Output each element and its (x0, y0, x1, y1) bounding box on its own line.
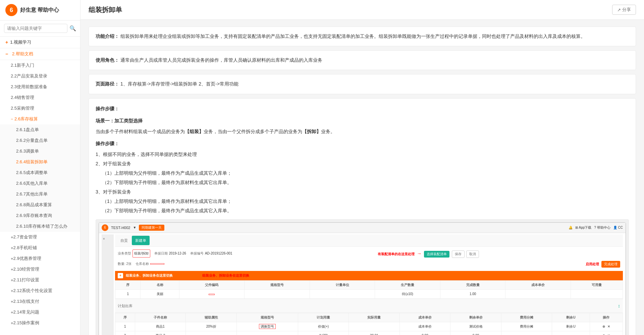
share-label: 分享 (622, 7, 631, 13)
date-label: 单据日期 (154, 250, 168, 257)
ops-label: 操作步骤： (96, 139, 629, 148)
warehouse-field: 仓库名称 (136, 261, 164, 267)
section-toggle-label: 组装业务、拆卸业务在这里切换 (126, 272, 173, 279)
sidebar-item-purchase[interactable]: 2.5采购管理 (0, 103, 80, 114)
cell-op: ⊕ ✕ (590, 322, 623, 331)
warehouse-label: 仓库名称 (136, 261, 149, 267)
sidebar-item-mobile[interactable]: + 2.8手机旺铺 (0, 242, 80, 253)
sidebar-item-label: 2.6库存核算 (14, 116, 38, 122)
delete-icon[interactable]: ✕ (607, 325, 610, 328)
sidebar-item-payment[interactable]: + 2.13在线支付 (0, 296, 80, 307)
sidebar-item-settings[interactable]: + 2.12系统个性化设置 (0, 285, 80, 296)
sidebar-item-videos[interactable]: + 1.视频学习 (0, 37, 80, 48)
sidebar-item-data-prep[interactable]: 2.3使用前数据准备 (0, 81, 80, 92)
sidebar-item-install[interactable]: 2.2产品安装及登录 (0, 71, 80, 81)
app-nav-bar: ≡ 自贡 新建单 (99, 233, 626, 335)
ops-section: 操作步骤： 场景一：加工类型选择 当由多个子件材料组装成一个成品的业务为【组装】… (89, 98, 636, 335)
col-seq: 序 (115, 280, 141, 289)
sidebar-item-help-docs[interactable]: − 2.帮助文档 (0, 48, 80, 60)
col-l-cost: 成本单价 (399, 313, 450, 322)
sidebar-item-coupon[interactable]: + 2.9优惠券管理 (0, 253, 80, 264)
expand-icon: + (5, 40, 8, 45)
sidebar-item-label: 2.5采购管理 (11, 105, 34, 111)
type-field: 业务类型 组装/拆卸 (118, 249, 150, 258)
sidebar-item-stock-query[interactable]: 2.6.9库存账本查询 (0, 210, 80, 221)
expand-icon: + (11, 288, 13, 293)
sidebar-item-transfer[interactable]: 2.6.3调拨单 (0, 146, 80, 157)
col-cost-price: 成本单价 (505, 280, 571, 289)
sidebar-item-other-in[interactable]: 2.6.6其他入库单 (0, 178, 80, 189)
cell (552, 331, 590, 335)
sidebar-item-label: 2.6.5成本调整单 (16, 170, 48, 176)
table-row: 1 美丽 待(≥10) 1.00 (115, 289, 623, 298)
sidebar-item-label: 2.4销售管理 (11, 95, 34, 101)
warehouse-value[interactable] (150, 263, 164, 265)
sidebar-item-label: 2.6.9库存账本查询 (16, 213, 52, 219)
delete-icon2[interactable]: ✕ (607, 334, 610, 335)
tab-row: 自贡 新建单 (115, 234, 623, 247)
sidebar-item-cost-recalc[interactable]: 2.6.8商品成本重算 (0, 200, 80, 210)
cell: 0.00 (399, 331, 450, 335)
sidebar-item-label: 2.6.2分量盘点单 (16, 137, 48, 144)
cancel-btn[interactable]: 取消 (466, 250, 479, 258)
sidebar-item-assembly[interactable]: 2.6.4组装拆卸单 (0, 157, 80, 167)
form-row-type: 业务类型 组装/拆卸 单据日期 2019-12-26 单据编号 (118, 249, 620, 258)
sidebar-item-partial-stocktake[interactable]: 2.6.2分量盘点单 (0, 135, 80, 146)
sidebar-item-finance[interactable]: + 2.7资金管理 (0, 232, 80, 242)
intro-section: 功能介绍： 组装拆卸单用来处理企业组装或拆卸等加工业务，支持有固定装配清单的产品… (89, 26, 636, 46)
app-id-label: TEST-H002 (111, 224, 130, 231)
step2-1: （1）上部明细为父件明细，最终作为产成品生成其它入库单； (96, 168, 629, 178)
type-value[interactable]: 组装/拆卸 (132, 249, 150, 258)
parent-code-input[interactable] (209, 294, 215, 295)
type-label: 业务类型 (118, 250, 131, 257)
sidebar-item-operations[interactable]: + 2.10经营管理 (0, 264, 80, 275)
sidebar-item-print[interactable]: + 2.11打印设置 (0, 275, 80, 285)
cell (501, 331, 552, 335)
spec-input[interactable]: 调换型号 (259, 324, 276, 329)
cell: 测试价格 (450, 322, 501, 331)
sidebar-item-faq[interactable]: + 2.14常见问题 (0, 307, 80, 318)
form-header: 业务类型 组装/拆卸 单据日期 2019-12-26 单据编号 (115, 247, 623, 271)
app-screenshot: 6 TEST-H002 ▼ 同期建第一天 🔔 ⊞ App下载 ? 帮助中心 👤 … (99, 222, 626, 335)
sidebar-item-label: 2.10经营管理 (13, 266, 39, 272)
sidebar-item-beginner[interactable]: 2.1新手入门 (0, 60, 80, 71)
sidebar-item-sales[interactable]: 2.4销售管理 (0, 92, 80, 103)
sidebar-item-label: 2.13在线支付 (13, 298, 39, 304)
sidebar-item-stocktake[interactable]: 2.6.1盘点单 (0, 124, 80, 135)
sidebar-item-inventory[interactable]: − 2.6库存核算 (0, 114, 80, 124)
lower-table-container: 序 子件名称 辅助属性 规格型号 计划用量 实际用量 成本单价 (115, 313, 623, 335)
assembly-list-btn[interactable]: 选择装配清单 (424, 251, 449, 258)
copy-icon2[interactable]: ⊕ (602, 334, 605, 335)
tab-new[interactable]: 新建单 (132, 236, 150, 245)
cell-cost-price (505, 289, 571, 298)
order-value: AD-20191226-001 (205, 250, 232, 257)
tab-home[interactable]: 自贡 (118, 236, 130, 245)
annotation2-area: 启用处理 完成处理 (168, 260, 620, 268)
order-field: 单据编号 AD-20191226-001 (190, 250, 232, 257)
search-input[interactable] (4, 24, 67, 33)
dropdown-icon: ▼ (133, 224, 136, 231)
sidebar-item-cases[interactable]: + 2.15操作案例 (0, 318, 80, 328)
search-icon[interactable]: 🔍 (69, 25, 76, 32)
annotation2-text: 启用处理 (586, 262, 599, 266)
cell-op: ⊕ ✕ (590, 331, 623, 335)
sidebar-item-other-out[interactable]: 2.6.7其他出库单 (0, 189, 80, 200)
step2-2: （2）下部明细为子件明细，最终作为原材料生成其它出库单。 (96, 178, 629, 187)
path-section: 页面路径： 1、库存核算->库存管理->组装拆卸单 2、首页->常用功能 (89, 74, 636, 94)
intro-text: 组装拆卸单用来处理企业组装或拆卸等加工业务，支持有固定装配清单的产品加工业务，也… (120, 34, 585, 39)
sidebar-item-label: 1.视频学习 (10, 39, 31, 45)
app-quick-btn[interactable]: 同期建第一天 (139, 225, 164, 231)
col-l-aux: 辅助属性 (186, 313, 237, 322)
cell (236, 331, 298, 335)
copy-icon[interactable]: ⊕ (602, 325, 605, 328)
sidebar-item-cost-adjust[interactable]: 2.6.5成本调整单 (0, 167, 80, 178)
enable-btn[interactable]: 完成处理 (601, 261, 620, 268)
cell-plan-qty: 待(≥10) (375, 289, 440, 298)
confirm-btn[interactable]: 保存 (452, 250, 465, 258)
sidebar-item-stock-error[interactable]: 2.6.10库存账本错了怎么办 (0, 221, 80, 232)
order-label: 单据编号 (190, 250, 204, 257)
role-section: 使用角色： 通常由生产人员或库管人员完成拆装业务的操作，库管人员确认原材料的出库… (89, 50, 636, 70)
expand-icon: + (11, 278, 13, 283)
share-button[interactable]: ↗ 分享 (612, 5, 636, 15)
sidebar: 6 好生意 帮助中心 🔍 + 1.视频学习 − 2.帮助文档 2.1新手入门 2… (0, 0, 80, 335)
